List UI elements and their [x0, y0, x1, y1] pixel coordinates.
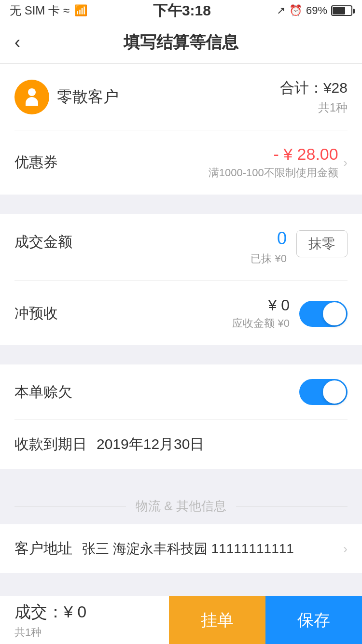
duedate-row: 收款到期日 2019年12月30日	[14, 434, 348, 454]
amount-label: 成交金额	[14, 228, 72, 252]
avatar	[14, 80, 49, 114]
bottom-actions: 挂单 保存	[169, 596, 362, 644]
already-round: 已抹 ¥0	[251, 252, 287, 266]
customer-left: 零散客户	[14, 80, 119, 114]
customer-summary: 合计：¥28 共1种	[280, 78, 348, 115]
amount-row: 成交金额 0 已抹 ¥0 抹零	[14, 228, 348, 266]
total-count: 共1种	[280, 100, 348, 115]
prepay-section: 冲预收 ¥ 0 应收金额 ¥0	[0, 282, 362, 345]
battery-percent: 69%	[306, 4, 327, 17]
deal-label: 成交：	[14, 602, 64, 621]
logistics-line-left	[14, 506, 126, 506]
main-content: 零散客户 合计：¥28 共1种 优惠券 - ¥ 28.00 满1000-100不…	[0, 64, 362, 631]
toggle-knob	[323, 302, 346, 325]
prepay-label: 冲预收	[14, 304, 58, 323]
debt-row: 本单赊欠	[14, 379, 348, 405]
back-button[interactable]: ‹	[14, 32, 20, 53]
debt-section: 本单赊欠 收款到期日 2019年12月30日	[0, 364, 362, 469]
bottom-count: 共1种	[14, 625, 154, 640]
debt-toggle[interactable]	[299, 379, 348, 405]
bottom-summary: 成交：¥ 0 共1种	[0, 601, 169, 640]
gray-separator-1	[0, 204, 362, 214]
coupon-right: - ¥ 28.00 满1000-100不限制使用金额 ›	[209, 145, 348, 180]
prepay-values: ¥ 0 应收金额 ¥0	[232, 296, 290, 331]
battery-icon	[331, 5, 352, 16]
transaction-section: 成交金额 0 已抹 ¥0 抹零 冲预收 ¥ 0 应收金额 ¥0	[0, 214, 362, 345]
prepay-row: 冲预收 ¥ 0 应收金额 ¥0	[14, 296, 348, 331]
total-label: 合计：¥28	[280, 78, 348, 98]
amount-right: 0 已抹 ¥0 抹零	[251, 228, 348, 266]
chevron-right-icon: ›	[343, 155, 348, 170]
nav-bar: ‹ 填写结算等信息	[0, 21, 362, 64]
duedate-label: 收款到期日	[14, 434, 87, 454]
status-left: 无 SIM 卡 ≈ 📶	[10, 3, 87, 18]
logistics-line-right	[236, 506, 348, 506]
address-section: 客户地址 张三 海淀永丰科技园 11111111111 ›	[0, 524, 362, 573]
bottom-bar: 成交：¥ 0 共1种 挂单 保存	[0, 596, 362, 644]
person-icon	[22, 87, 42, 107]
divider-2	[14, 280, 348, 281]
gray-separator-2	[0, 355, 362, 364]
amount-value-block: 0 已抹 ¥0	[251, 228, 287, 266]
round-zero-button[interactable]: 抹零	[296, 230, 348, 257]
debt-row-container: 本单赊欠	[0, 364, 362, 420]
save-button[interactable]: 保存	[265, 596, 362, 644]
deal-value: ¥ 0	[64, 602, 86, 621]
address-chevron-icon: ›	[343, 541, 348, 557]
status-time: 下午3:18	[153, 1, 211, 21]
gray-separator-3	[0, 478, 362, 488]
customer-name: 零散客户	[57, 86, 119, 108]
address-row[interactable]: 客户地址 张三 海淀永丰科技园 11111111111 ›	[14, 539, 348, 559]
prepay-amount: ¥ 0	[232, 296, 290, 314]
coupon-label: 优惠券	[14, 153, 58, 172]
alarm-icon: ⏰	[289, 4, 302, 17]
debt-toggle-knob	[323, 380, 346, 404]
coupon-row[interactable]: 优惠券 - ¥ 28.00 满1000-100不限制使用金额 ›	[0, 130, 362, 195]
pending-button[interactable]: 挂单	[169, 596, 265, 644]
customer-row: 零散客户 合计：¥28 共1种	[0, 64, 362, 130]
duedate-section: 收款到期日 2019年12月30日	[0, 420, 362, 469]
bottom-deal: 成交：¥ 0	[14, 601, 154, 623]
customer-section: 零散客户 合计：¥28 共1种 优惠券 - ¥ 28.00 满1000-100不…	[0, 64, 362, 195]
location-icon: ↗	[277, 4, 285, 17]
address-label: 客户地址	[14, 539, 72, 559]
address-value: 张三 海淀永丰科技园 11111111111	[82, 540, 343, 558]
debt-label: 本单赊欠	[14, 382, 72, 402]
duedate-value: 2019年12月30日	[97, 434, 204, 454]
prepay-toggle[interactable]	[299, 301, 348, 327]
logistics-header: 物流 & 其他信息	[0, 488, 362, 524]
coupon-desc: 满1000-100不限制使用金额	[209, 166, 338, 180]
coupon-info: - ¥ 28.00 满1000-100不限制使用金额	[209, 145, 338, 180]
prepay-right: ¥ 0 应收金额 ¥0	[232, 296, 348, 331]
coupon-discount: - ¥ 28.00	[209, 145, 338, 164]
status-bar: 无 SIM 卡 ≈ 📶 下午3:18 ↗ ⏰ 69%	[0, 0, 362, 21]
prepay-receivable: 应收金额 ¥0	[232, 316, 290, 331]
logistics-title: 物流 & 其他信息	[136, 498, 226, 515]
status-right: ↗ ⏰ 69%	[277, 4, 352, 17]
wifi-icon: 📶	[74, 4, 87, 17]
no-sim-label: 无 SIM 卡 ≈	[10, 3, 70, 18]
amount-section: 成交金额 0 已抹 ¥0 抹零	[0, 214, 362, 280]
amount-value[interactable]: 0	[251, 228, 287, 249]
page-title: 填写结算等信息	[124, 31, 238, 54]
